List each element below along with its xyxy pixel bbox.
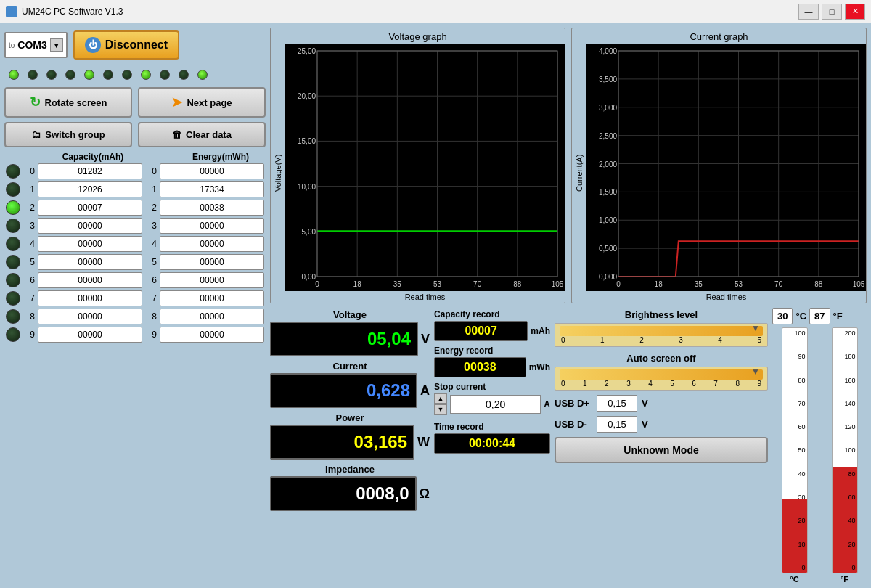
current-graph-wrap: Current(A) Read times: [572, 44, 866, 303]
minimize-button[interactable]: —: [798, 4, 819, 20]
thermo-tick: 10: [795, 541, 807, 548]
thermo-tick: 30: [795, 494, 807, 501]
energy-record-unit: mWh: [529, 362, 550, 372]
titlebar: UM24C PC Software V1.3 — □ ✕: [0, 0, 871, 23]
close-button[interactable]: ✕: [845, 4, 865, 20]
led-3: [65, 70, 75, 80]
thermo-tick: 70: [795, 400, 807, 407]
row-num2-1: 1: [145, 184, 157, 195]
thermo-tick: 140: [845, 400, 857, 407]
row-num-3: 3: [23, 221, 35, 231]
thermo-tick: 180: [845, 353, 857, 360]
row-led-6: [6, 273, 20, 287]
voltage-x-label: Read times: [285, 291, 565, 303]
row-cap-2: 00007: [38, 200, 142, 216]
thermo-fahrenheit-scale: 200180160140120100806040200: [832, 327, 858, 573]
row-led-1: [6, 182, 20, 197]
next-page-button[interactable]: ➤ Next page: [138, 87, 266, 118]
voltage-y-label: Voltage(V): [271, 44, 285, 303]
row-num-1: 1: [23, 184, 35, 195]
unknown-mode-button[interactable]: Unknown Mode: [555, 437, 768, 463]
table-row: 9 00000 9 00000: [4, 327, 266, 343]
row-led-8: [6, 309, 20, 324]
led-7: [141, 70, 151, 80]
autoscreen-slider[interactable]: ▼ 0 1 2 3 4 5 6 7 8 9: [555, 367, 768, 391]
usb-plus-unit: V: [642, 398, 648, 409]
thermo-tick: 50: [795, 446, 807, 454]
cap-record-label: Capacity record: [434, 308, 550, 321]
window-controls[interactable]: — □ ✕: [798, 4, 865, 20]
table-row: 6 00000 6 00000: [4, 272, 266, 288]
brightness-slider[interactable]: ▼ 0 1 2 3 4 5: [555, 323, 768, 347]
row-num2-9: 9: [145, 330, 157, 340]
switch-icon: 🗂: [31, 129, 41, 140]
disconnect-button[interactable]: ⏻ Disconnect: [73, 30, 179, 60]
usb-plus-field[interactable]: [597, 395, 637, 412]
thermo-tick: 90: [795, 353, 807, 360]
voltage-block: Voltage 05,04 V: [270, 308, 430, 356]
right-controls: Brightness level ▼ 0 1 2 3 4 5: [555, 308, 768, 584]
thermo-tick: 100: [795, 330, 807, 337]
row-num2-5: 5: [145, 257, 157, 267]
thermo-tick: 0: [795, 564, 807, 571]
temp-fahrenheit-unit: °F: [833, 311, 843, 322]
stop-arrows[interactable]: ▲ ▼: [434, 393, 447, 415]
led-row: [4, 67, 266, 83]
switch-group-button[interactable]: 🗂 Switch group: [4, 122, 132, 147]
row-num2-3: 3: [145, 221, 157, 231]
row-cap-6: 00000: [38, 272, 142, 288]
led-1: [28, 70, 38, 80]
temp-header: 30 °C 87 °F: [772, 308, 867, 324]
table-row: 5 00000 5 00000: [4, 254, 266, 270]
row-energy-2: 00038: [160, 200, 264, 216]
time-record-label: Time record: [434, 420, 550, 433]
com-arrow[interactable]: ▼: [50, 38, 63, 52]
rotate-icon: ↻: [30, 94, 41, 110]
capacity-record: Capacity record 00007 mAh: [434, 308, 550, 341]
data-rows: 0 01282 0 00000 1 12026 1 17334 2 00007 …: [4, 163, 266, 343]
time-record: Time record 00:00:44: [434, 420, 550, 454]
usb-minus-field[interactable]: [597, 416, 637, 433]
led-9: [179, 70, 189, 80]
led-4: [84, 70, 94, 80]
energy-record-label: Energy record: [434, 344, 550, 357]
row-energy-0: 00000: [160, 163, 264, 179]
thermo-fahrenheit-labels: 200180160140120100806040200: [845, 328, 857, 573]
clear-icon: 🗑: [172, 129, 181, 140]
row-led-9: [6, 327, 20, 342]
power-block: Power 03,165 W: [270, 411, 430, 460]
app-icon: [6, 6, 17, 17]
maximize-button[interactable]: □: [822, 4, 842, 20]
thermo-tick: 100: [845, 446, 857, 454]
stop-current-value[interactable]: 0,20: [450, 395, 541, 414]
current-unit: A: [420, 383, 430, 399]
autoscreen-label: Auto screen off: [555, 351, 768, 365]
cap-record-unit: mAh: [531, 326, 550, 336]
current-display: 0,628: [270, 373, 417, 408]
led-0: [9, 70, 19, 80]
clear-data-button[interactable]: 🗑 Clear data: [138, 122, 266, 147]
row-led-2: [6, 200, 20, 215]
brightness-track: ▼: [560, 326, 763, 336]
power-unit: W: [417, 435, 430, 450]
row-cap-5: 00000: [38, 254, 142, 270]
current-graph-container: Current graph Current(A) Read times: [571, 28, 867, 303]
stop-up-arrow[interactable]: ▲: [434, 393, 447, 404]
row-led-4: [6, 237, 20, 251]
thermo-tick: 20: [845, 541, 857, 548]
current-graph-area: Read times: [586, 44, 866, 303]
power-display: 03,165: [270, 425, 414, 460]
thermo-tick: 60: [795, 423, 807, 430]
bottom-panel: Voltage 05,04 V Current 0,628: [270, 308, 867, 584]
power-value: 03,165: [354, 432, 407, 452]
stop-down-arrow[interactable]: ▼: [434, 404, 447, 415]
app-title: UM24C PC Software V1.3: [22, 7, 123, 17]
row-led-3: [6, 219, 20, 233]
table-row: 0 01282 0 00000: [4, 163, 266, 179]
led-8: [160, 70, 170, 80]
rotate-screen-button[interactable]: ↻ Rotate screen: [4, 87, 132, 118]
com-select[interactable]: to COM3 ▼: [4, 32, 68, 58]
nav-buttons: ↻ Rotate screen ➤ Next page: [4, 87, 266, 118]
voltage-graph-title: Voltage graph: [271, 28, 565, 44]
thermo-celsius: 1009080706050403020100 °C: [772, 327, 817, 584]
